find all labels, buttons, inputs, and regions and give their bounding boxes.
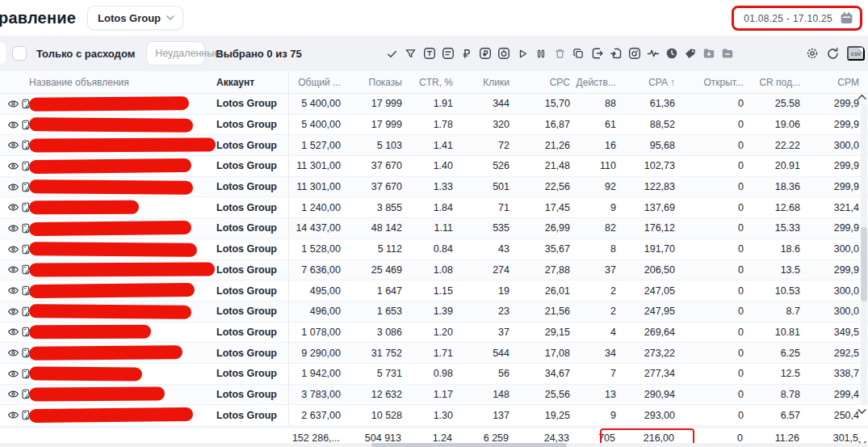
cell-clicks: 43	[453, 243, 509, 255]
only-with-spend-checkbox[interactable]	[12, 46, 27, 61]
cell-cpa: 102,73	[616, 160, 675, 171]
vertical-scrollbar-thumb[interactable]	[861, 227, 867, 302]
tag-icon[interactable]	[684, 44, 698, 63]
status-filter-select[interactable]: Неудаленные	[146, 41, 205, 65]
cell-clicks: 544	[453, 348, 509, 359]
view-eye-icon[interactable]	[7, 388, 19, 400]
export-icon[interactable]	[590, 44, 604, 63]
col-ctr[interactable]: CTR, %	[402, 77, 453, 88]
cell-actions: 7	[570, 368, 616, 379]
cell-ctr: 1.20	[402, 327, 453, 338]
view-eye-icon[interactable]	[7, 201, 19, 213]
table-row: Lotos Group 7 636,00 25 469 1.08 274 27,…	[0, 260, 868, 281]
cell-cr: 15.33	[744, 222, 800, 234]
cell-cpm: 299,9	[800, 160, 859, 171]
delete-icon[interactable]	[553, 44, 567, 63]
account-cell: Lotos Group	[216, 348, 288, 359]
cut-off-control[interactable]	[0, 42, 6, 65]
text-ad-icon[interactable]	[422, 44, 436, 63]
col-clicks[interactable]: Клики	[453, 77, 509, 88]
view-eye-icon[interactable]	[7, 409, 19, 421]
col-cr[interactable]: CR под...	[744, 77, 800, 88]
col-cpa-sorted[interactable]: CPA ↑	[616, 77, 675, 88]
view-eye-icon[interactable]	[7, 139, 19, 151]
cell-impressions: 48 142	[341, 222, 402, 234]
timer-icon[interactable]	[497, 44, 511, 63]
col-account[interactable]: Аккаунт	[216, 77, 288, 88]
cell-cpa: 176,12	[616, 222, 675, 234]
view-eye-icon[interactable]	[7, 306, 19, 318]
cell-actions: 61	[570, 119, 616, 130]
history-clock-icon[interactable]	[665, 44, 678, 63]
view-eye-icon[interactable]	[7, 181, 19, 193]
table-row: Lotos Group 2 637,00 10 528 1.30 137 19,…	[0, 405, 868, 426]
view-eye-icon[interactable]	[7, 243, 19, 255]
view-eye-icon[interactable]	[7, 285, 19, 297]
col-ad-name[interactable]: Название объявления	[29, 77, 216, 88]
col-total-spend[interactable]: Общий ...	[289, 77, 341, 88]
scroll-top-icon[interactable]	[858, 94, 866, 100]
account-cell: Lotos Group	[216, 243, 288, 255]
view-eye-icon[interactable]	[7, 326, 19, 338]
account-cell: Lotos Group	[216, 119, 288, 130]
cell-opened: 0	[675, 368, 744, 379]
scroll-down-icon[interactable]	[858, 408, 866, 415]
cell-cr: 13.5	[744, 264, 800, 276]
cell-actions: 92	[570, 181, 616, 192]
view-eye-icon[interactable]	[7, 160, 19, 172]
duplicate-to-icon[interactable]	[609, 44, 623, 63]
cell-impressions: 37 670	[341, 181, 402, 192]
start-icon[interactable]	[516, 44, 530, 63]
move-to-folder-icon[interactable]	[702, 44, 716, 63]
select-all-icon[interactable]	[385, 44, 399, 63]
copy-icon[interactable]	[572, 44, 585, 63]
col-impressions[interactable]: Показы	[341, 77, 402, 88]
settings-gear-icon[interactable]	[805, 44, 819, 63]
filter-icon[interactable]	[404, 44, 417, 63]
date-range-picker[interactable]: 01.08.25 - 17.10.25	[732, 6, 862, 31]
cell-opened: 0	[675, 119, 744, 130]
cell-ctr: 1.78	[402, 119, 453, 130]
cell-total-spend: 5 400,00	[289, 98, 341, 109]
cell-cpc: 27,88	[509, 264, 570, 276]
cell-impressions: 5 103	[341, 140, 402, 151]
cell-clicks: 19	[453, 285, 509, 297]
view-eye-icon[interactable]	[7, 98, 19, 110]
archive-folder-icon[interactable]	[721, 44, 735, 63]
col-cpm[interactable]: CPM	[800, 77, 859, 88]
view-eye-icon[interactable]	[7, 368, 19, 380]
table-row: Lotos Group 1 942,00 5 731 0.98 56 34,67…	[0, 364, 868, 385]
csv-export-button[interactable]: csv	[847, 46, 865, 61]
horizontal-scrollbar-thumb[interactable]	[371, 443, 567, 447]
view-eye-icon[interactable]	[7, 347, 19, 359]
cell-cpm: 299,9	[800, 98, 859, 109]
cell-ctr: 1.71	[402, 348, 453, 359]
price-icon[interactable]	[478, 44, 492, 63]
view-eye-icon[interactable]	[7, 119, 19, 131]
cell-actions: 4	[570, 327, 616, 338]
refresh-icon[interactable]	[826, 44, 840, 63]
view-eye-icon[interactable]	[7, 264, 19, 276]
cell-cr: 20.91	[744, 160, 800, 171]
cell-ctr: 1.17	[402, 389, 453, 400]
view-eye-icon[interactable]	[7, 222, 19, 234]
table-row: Lotos Group 5 400,00 17 999 1.91 344 15,…	[0, 94, 868, 115]
cell-actions: 110	[570, 160, 616, 171]
cell-cpc: 26,99	[509, 222, 570, 234]
cell-opened: 0	[675, 348, 744, 359]
cell-total-spend: 1 078,00	[289, 327, 341, 338]
cell-opened: 0	[675, 243, 744, 255]
ruble-icon[interactable]	[459, 44, 473, 63]
pause-icon[interactable]	[535, 44, 548, 63]
cell-cpc: 29,15	[509, 327, 570, 338]
account-cell: Lotos Group	[216, 327, 288, 338]
cell-cpc: 21,26	[509, 140, 570, 151]
banner-ad-icon[interactable]	[441, 44, 455, 63]
stats-pulse-icon[interactable]	[646, 44, 660, 63]
col-actions[interactable]: Действ...	[570, 77, 616, 88]
camera-icon[interactable]	[627, 44, 641, 63]
col-cpc[interactable]: CPC	[509, 77, 570, 88]
page-title: равление	[0, 9, 76, 27]
col-opened[interactable]: Открыт...	[675, 77, 744, 88]
account-selector[interactable]: Lotos Group	[87, 6, 183, 30]
